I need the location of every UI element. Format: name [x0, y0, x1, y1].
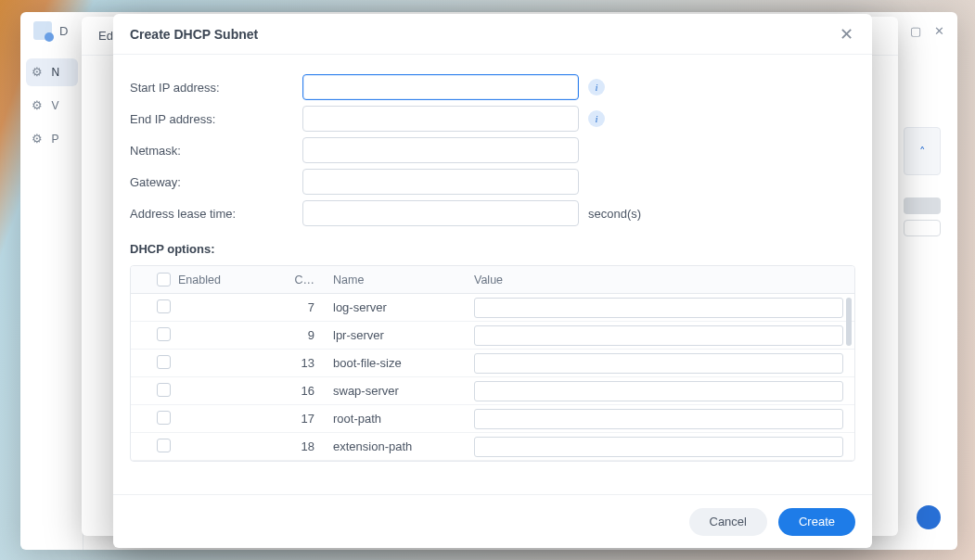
header-checkbox[interactable]: [157, 273, 171, 286]
network-icon: [32, 65, 46, 80]
option-row: 13 boot-file-size: [131, 350, 854, 377]
lease-time-suffix: second(s): [588, 207, 641, 221]
label-gateway: Gateway:: [130, 175, 302, 189]
option-row: 18 extension-path: [131, 433, 854, 461]
chevron-up-icon: ˄: [919, 145, 926, 159]
option-code: 17: [277, 412, 333, 426]
option-checkbox[interactable]: [157, 355, 171, 369]
input-lease-time[interactable]: [302, 200, 579, 226]
dialog-header: Create DHCP Subnet ✕: [113, 14, 872, 55]
option-row: 16 swap-server: [131, 377, 854, 405]
bg-sidebar-item-1[interactable]: V: [26, 92, 78, 120]
option-code: 18: [277, 439, 333, 453]
app-logo-icon: [33, 21, 52, 40]
option-checkbox[interactable]: [157, 411, 171, 425]
col-value: Value: [474, 274, 843, 286]
label-start-ip: Start IP address:: [130, 81, 302, 95]
bg-accordion-toggle[interactable]: ˄: [904, 127, 941, 175]
col-code: C…: [277, 274, 333, 286]
option-row: 9 lpr-server: [131, 322, 854, 350]
row-end-ip: End IP address: i: [130, 103, 855, 134]
option-row: 7 log-server: [131, 294, 854, 322]
dialog-body: Start IP address: i End IP address: i Ne…: [113, 55, 872, 494]
option-value-input[interactable]: [474, 298, 843, 318]
dialog-footer: Cancel Create: [113, 494, 872, 548]
option-value-input[interactable]: [474, 409, 843, 429]
row-gateway: Gateway:: [130, 166, 855, 197]
info-icon[interactable]: i: [588, 110, 605, 127]
option-name: log-server: [333, 300, 474, 314]
option-row: 17 root-path: [131, 405, 854, 433]
bg-title: D: [59, 24, 68, 38]
option-name: boot-file-size: [333, 356, 474, 370]
input-start-ip[interactable]: [302, 74, 579, 100]
label-netmask: Netmask:: [130, 144, 302, 158]
building-icon: [32, 98, 46, 113]
label-lease-time: Address lease time:: [130, 207, 302, 221]
option-code: 9: [277, 328, 333, 342]
cancel-button[interactable]: Cancel: [689, 508, 767, 536]
option-checkbox[interactable]: [157, 327, 171, 341]
scrollbar-thumb[interactable]: [846, 298, 852, 346]
row-netmask: Netmask:: [130, 134, 855, 166]
option-code: 16: [277, 384, 333, 398]
options-header-row: Enabled C… Name Value: [131, 266, 854, 294]
dialog-title: Create DHCP Subnet: [130, 27, 258, 42]
create-button[interactable]: Create: [778, 508, 855, 536]
window-close-icon[interactable]: ✕: [934, 24, 944, 38]
option-checkbox[interactable]: [157, 439, 171, 452]
bg-widget-2: [904, 220, 941, 236]
option-code: 13: [277, 356, 333, 370]
bg-sidebar: N V P: [20, 49, 83, 550]
option-name: root-path: [333, 412, 474, 426]
option-value-input[interactable]: [474, 353, 843, 374]
col-name: Name: [333, 274, 474, 286]
option-name: swap-server: [333, 384, 474, 398]
bg-sidebar-item-2[interactable]: P: [26, 125, 78, 153]
label-end-ip: End IP address:: [130, 112, 302, 126]
dhcp-options-heading: DHCP options:: [130, 242, 855, 256]
option-name: lpr-server: [333, 328, 474, 342]
info-icon[interactable]: i: [588, 79, 605, 95]
close-icon[interactable]: ✕: [837, 25, 855, 44]
window-maximize-icon[interactable]: ▢: [910, 24, 921, 38]
bg-primary-chip[interactable]: [917, 505, 941, 529]
input-gateway[interactable]: [302, 169, 579, 195]
input-end-ip[interactable]: [302, 106, 579, 132]
bg-sidebar-item-0[interactable]: N: [26, 58, 78, 86]
option-value-input[interactable]: [474, 325, 843, 346]
option-name: extension-path: [333, 439, 474, 453]
option-value-input[interactable]: [474, 437, 843, 457]
module-icon: [32, 132, 46, 146]
option-value-input[interactable]: [474, 381, 843, 401]
input-netmask[interactable]: [302, 137, 579, 163]
dhcp-options-table: Enabled C… Name Value 7 log-server 9 lpr…: [130, 265, 855, 462]
option-code: 7: [277, 300, 333, 314]
bg-widget-1: [904, 197, 941, 214]
row-lease-time: Address lease time: second(s): [130, 197, 855, 229]
create-dhcp-subnet-dialog: Create DHCP Subnet ✕ Start IP address: i…: [113, 14, 872, 548]
option-checkbox[interactable]: [157, 299, 171, 313]
option-checkbox[interactable]: [157, 383, 171, 397]
col-enabled: Enabled: [178, 274, 221, 286]
row-start-ip: Start IP address: i: [130, 71, 855, 103]
